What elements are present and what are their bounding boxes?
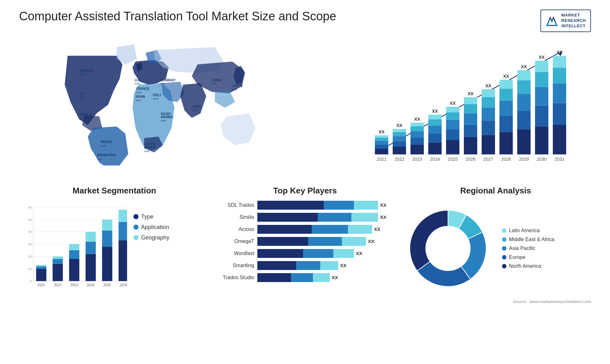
player-value: XX [380,214,386,220]
svg-rect-118 [36,266,46,269]
world-map-svg: CANADA xx% U.S. xx% MEXICO xx% BRAZIL xx… [19,38,324,165]
player-row: OmegaTXX [210,237,400,246]
svg-rect-56 [446,107,459,112]
canada-label: CANADA [80,69,93,72]
svg-text:xx%: xx% [153,97,158,100]
svg-rect-66 [482,135,495,154]
svg-rect-83 [517,80,531,93]
svg-rect-41 [410,126,424,131]
player-bar-segment [257,213,318,222]
svg-rect-54 [446,120,459,130]
regional-legend-item: Middle East & Africa [502,237,554,242]
svg-rect-28 [375,135,388,138]
us-label: U.S. [80,92,86,95]
legend-item: Type [133,213,169,220]
player-bar-segment [257,273,291,282]
svg-rect-88 [535,105,548,126]
svg-text:2025: 2025 [103,283,111,287]
svg-rect-117 [36,269,46,281]
player-row: Trados StudioXX [210,273,400,282]
svg-rect-46 [428,134,442,143]
regional-legend-item: Europe [502,254,554,260]
svg-point-3 [551,20,553,22]
player-name: Across [210,226,254,232]
svg-text:2027: 2027 [483,157,493,162]
player-name: OmegaT [210,239,254,244]
legend-item: Geography [133,234,169,241]
svg-text:2022: 2022 [394,157,404,162]
player-bar-segment [303,249,333,258]
svg-rect-73 [499,132,513,154]
argentina-label: ARGENTINA [97,153,116,157]
player-bar-segment [342,237,366,246]
player-bar-container: XX [257,225,400,234]
seg-legend: TypeApplicationGeography [133,213,169,241]
player-bar-segment [257,249,303,258]
player-row: SDL TradosXX [210,201,400,210]
player-name: Trados Studio [210,275,254,280]
player-bar-segment [312,225,348,234]
header: Computer Assisted Translation Tool Marke… [19,10,591,32]
page-title: Computer Assisted Translation Tool Marke… [19,10,336,23]
svg-rect-32 [393,141,406,147]
player-bar [257,213,378,222]
player-bar-segment [291,273,313,282]
page-container: Computer Assisted Translation Tool Marke… [0,0,610,364]
source-text: Source : www.marketresearchintellect.com [400,299,591,304]
svg-text:XX: XX [432,109,438,114]
svg-rect-53 [446,130,459,140]
player-bar-segment [257,261,296,270]
svg-rect-121 [53,264,63,281]
svg-rect-90 [535,72,548,87]
svg-rect-87 [535,126,548,154]
svg-text:xx%: xx% [160,119,166,122]
svg-point-2 [556,24,558,26]
players-list: SDL TradosXXSimilisXXAcrossXXOmegaTXXWor… [210,201,400,282]
regional-legend: Latin AmericaMiddle East & AfricaAsia Pa… [502,228,554,269]
player-bar-segment [324,201,354,210]
svg-rect-122 [53,259,63,264]
logo-box: MARKET RESEARCH INTELLECT [540,10,591,32]
svg-rect-67 [482,120,495,135]
svg-rect-31 [393,147,406,154]
svg-text:2030: 2030 [537,157,546,162]
svg-rect-127 [69,244,79,250]
regional-legend-dot [502,228,506,233]
svg-text:xx%: xx% [135,99,141,102]
svg-rect-45 [428,142,442,154]
svg-rect-138 [119,222,127,240]
svg-rect-55 [446,112,459,120]
regional-area: Regional Analysis Latin AmericaMiddle Ea… [400,186,591,304]
svg-text:2022: 2022 [54,283,62,287]
china-label: CHINA [211,78,221,82]
svg-text:xx%: xx% [135,82,140,85]
player-bar [257,273,330,282]
donut-slice [410,210,448,271]
mexico-label: MEXICO [80,113,92,116]
seg-chart-area: 0102030405060202120222023202420252026 Ty… [19,201,210,296]
legend-dot [133,235,139,240]
svg-rect-27 [375,138,388,141]
svg-rect-42 [410,123,424,126]
svg-rect-60 [464,125,477,137]
player-bar-container: XX [257,249,400,258]
player-name: Similis [210,214,254,220]
svg-text:xx%: xx% [159,82,165,85]
player-value: XX [368,239,374,244]
svg-rect-62 [464,104,477,113]
svg-rect-89 [535,87,548,105]
svg-text:XX: XX [503,74,509,79]
svg-rect-119 [36,265,46,266]
player-row: SmartlingXX [210,261,400,270]
regional-legend-item: Latin America [502,228,554,233]
france-label: FRANCE [136,87,150,90]
player-value: XX [332,275,338,280]
svg-rect-139 [119,210,127,222]
svg-rect-35 [393,129,406,132]
svg-text:20: 20 [28,255,31,258]
player-bar-segment [351,213,378,222]
svg-rect-34 [393,132,406,136]
svg-text:XX: XX [396,123,403,128]
player-bar [257,225,372,234]
svg-text:2026: 2026 [120,283,127,287]
